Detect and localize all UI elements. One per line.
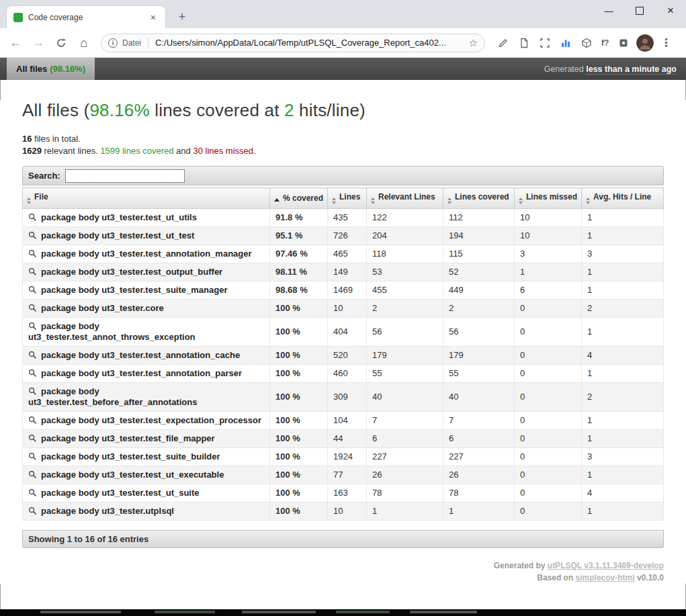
sort-ascending-icon xyxy=(274,198,280,202)
covered-pct-cell: 98.68 % xyxy=(270,281,328,300)
reload-icon[interactable] xyxy=(51,33,71,53)
file-row[interactable]: package body ut3_tester.utplsql100 %1011… xyxy=(23,502,664,521)
magnifier-icon xyxy=(28,452,37,461)
taskbar-item xyxy=(410,611,477,613)
file-row[interactable]: package body ut3_tester.test_annotation_… xyxy=(23,347,664,365)
file-row[interactable]: package body ut3_tester.test_annotation_… xyxy=(23,245,664,263)
covered-pct-cell: 100 % xyxy=(270,412,328,430)
forward-icon[interactable]: → xyxy=(28,33,48,53)
browser-menu-icon[interactable]: ⋮ xyxy=(659,36,673,49)
minimize-button[interactable]: — xyxy=(593,0,624,21)
file-cell[interactable]: package body ut3_tester.test_annotation_… xyxy=(23,347,270,365)
missed-lines-text: 30 lines missed. xyxy=(193,146,255,156)
relevant-lines-cell: 227 xyxy=(367,448,443,466)
column-header-relevant[interactable]: Relevant Lines xyxy=(367,188,443,209)
sort-both-icon xyxy=(332,197,336,204)
file-cell[interactable]: package body ut3_tester.test_ut_executab… xyxy=(23,466,270,484)
document-extension-icon[interactable] xyxy=(518,37,530,49)
file-cell[interactable]: package body ut3_tester.core xyxy=(23,300,270,318)
lines-missed-cell: 0 xyxy=(515,300,582,318)
pen-extension-icon[interactable] xyxy=(497,37,509,49)
back-icon[interactable]: ← xyxy=(5,33,26,53)
relevant-lines-cell: 1 xyxy=(367,502,443,521)
column-header-avg_hits[interactable]: Avg. Hits / Line xyxy=(582,188,664,209)
file-cell[interactable]: package body ut3_tester.test_annot_throw… xyxy=(23,318,270,347)
column-header-lines[interactable]: Lines xyxy=(328,188,367,209)
all-files-tab[interactable]: All files (98.16%) xyxy=(7,58,95,80)
capture-extension-icon[interactable] xyxy=(539,37,551,49)
column-header-lines_covered[interactable]: Lines covered xyxy=(443,188,515,209)
table-info-bar: Showing 1 to 16 of 16 entries xyxy=(22,530,664,548)
tab-close-icon[interactable]: × xyxy=(148,11,159,24)
fsharp-extension-icon[interactable]: f? xyxy=(601,37,609,49)
column-label: File xyxy=(34,192,48,202)
relevant-lines-cell: 26 xyxy=(367,466,443,484)
lines-cell: 44 xyxy=(328,430,367,448)
magnifier-icon xyxy=(28,304,37,312)
maximize-button[interactable] xyxy=(624,0,655,21)
magnifier-icon xyxy=(28,231,37,240)
lines-cell: 77 xyxy=(328,466,367,484)
file-row[interactable]: package body ut3_tester.test_suite_manag… xyxy=(23,281,664,300)
file-row[interactable]: package body ut3_tester.test_ut_executab… xyxy=(23,466,664,484)
lines-missed-cell: 0 xyxy=(515,502,582,521)
file-row[interactable]: package body ut3_tester.test_ut_suite100… xyxy=(23,484,664,502)
column-header-covered[interactable]: % covered xyxy=(270,188,328,209)
lines-missed-cell: 6 xyxy=(515,281,582,300)
file-cell[interactable]: package body ut3_tester.test_before_afte… xyxy=(23,383,270,412)
address-bar[interactable]: i Datei C:/Users/simon/AppData/Local/Tem… xyxy=(101,34,485,52)
page-title: All files (98.16% lines covered at 2 hit… xyxy=(22,100,664,121)
browser-tab[interactable]: Code coverage × xyxy=(6,5,166,28)
file-row[interactable]: package body ut3_tester.test_annot_throw… xyxy=(23,318,664,347)
relevant-lines-cell: 6 xyxy=(367,430,443,448)
avg-hits-cell: 1 xyxy=(582,227,664,245)
covered-pct-cell: 97.46 % xyxy=(270,245,328,263)
bookmark-star-icon[interactable]: ☆ xyxy=(469,37,478,49)
file-cell[interactable]: package body ut3_tester.test_ut_utils xyxy=(23,209,270,227)
file-row[interactable]: package body ut3_tester.core100 %102202 xyxy=(23,300,664,318)
file-cell[interactable]: package body ut3_tester.test_expectation… xyxy=(23,412,270,430)
file-name: package body ut3_tester.test_suite_manag… xyxy=(41,285,227,295)
lines-covered-cell: 26 xyxy=(443,466,515,484)
package-extension-icon[interactable] xyxy=(581,37,593,49)
info-icon[interactable]: i xyxy=(108,38,118,48)
title-text: All files ( xyxy=(22,100,89,120)
file-cell[interactable]: package body ut3_tester.test_annotation_… xyxy=(23,365,270,383)
file-row[interactable]: package body ut3_tester.test_suite_build… xyxy=(23,448,664,466)
file-row[interactable]: package body ut3_tester.test_before_afte… xyxy=(23,383,664,412)
file-cell[interactable]: package body ut3_tester.test_output_buff… xyxy=(23,263,270,281)
column-header-file[interactable]: File xyxy=(23,188,270,209)
file-name: package body ut3_tester.core xyxy=(41,303,164,313)
chart-bars-extension-icon[interactable] xyxy=(560,37,572,49)
file-name: package body ut3_tester.test_ut_test xyxy=(41,230,194,240)
column-header-lines_missed[interactable]: Lines missed xyxy=(515,188,582,209)
profile-avatar[interactable] xyxy=(636,34,654,52)
lines-cell: 10 xyxy=(328,300,367,318)
puzzle-extension-icon[interactable] xyxy=(617,37,630,49)
avg-hits-cell: 1 xyxy=(582,209,664,227)
generator-link[interactable]: utPLSQL v3.1.11.3469-develop xyxy=(548,561,664,570)
generated-timestamp: Generated less than a minute ago xyxy=(544,64,677,74)
file-row[interactable]: package body ut3_tester.test_annotation_… xyxy=(23,365,664,383)
file-cell[interactable]: package body ut3_tester.test_ut_test xyxy=(23,227,270,245)
close-button[interactable]: × xyxy=(655,0,686,21)
files-total-line: 16 files in total. xyxy=(22,133,664,145)
file-cell[interactable]: package body ut3_tester.test_annotation_… xyxy=(23,245,270,263)
file-cell[interactable]: package body ut3_tester.test_file_mapper xyxy=(23,430,270,448)
file-cell[interactable]: package body ut3_tester.utplsql xyxy=(23,502,270,521)
file-row[interactable]: package body ut3_tester.test_file_mapper… xyxy=(23,430,664,448)
file-cell[interactable]: package body ut3_tester.test_suite_manag… xyxy=(23,281,270,300)
home-icon[interactable]: ⌂ xyxy=(74,33,94,53)
file-cell[interactable]: package body ut3_tester.test_ut_suite xyxy=(23,484,270,502)
simplecov-link[interactable]: simplecov-html xyxy=(576,573,635,582)
file-row[interactable]: package body ut3_tester.test_ut_test95.1… xyxy=(23,227,664,245)
new-tab-button[interactable]: + xyxy=(173,8,191,26)
file-cell[interactable]: package body ut3_tester.test_suite_build… xyxy=(23,448,270,466)
all-files-tab-percent: (98.16%) xyxy=(50,64,85,74)
file-row[interactable]: package body ut3_tester.test_ut_utils91.… xyxy=(23,209,664,227)
file-row[interactable]: package body ut3_tester.test_output_buff… xyxy=(23,263,664,281)
search-input[interactable] xyxy=(65,169,185,183)
omnibox-separator xyxy=(148,38,148,48)
file-row[interactable]: package body ut3_tester.test_expectation… xyxy=(23,412,664,430)
covered-pct-cell: 100 % xyxy=(270,347,328,365)
